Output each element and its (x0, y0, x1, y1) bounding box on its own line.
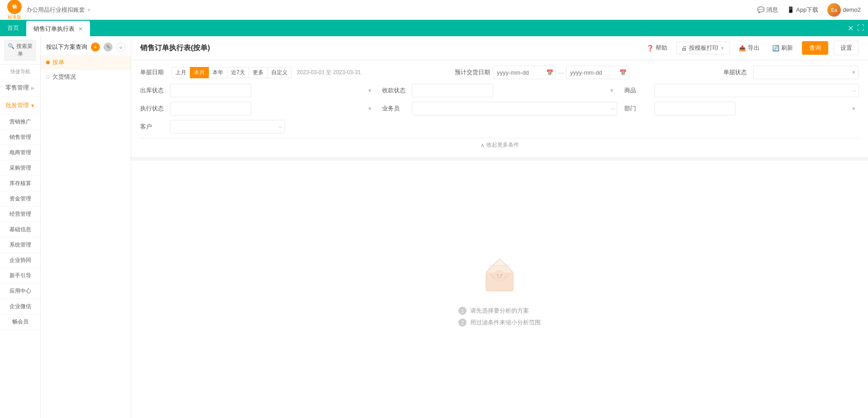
left-panel: 按以下方案查询 + ✎ « 按单 欠货情况 (41, 36, 131, 418)
svg-point-1 (494, 271, 505, 281)
salesperson-input[interactable] (412, 102, 617, 115)
date-tab-this-year[interactable]: 本年 (208, 67, 227, 78)
chevron-down-icon: ▼ (30, 103, 35, 108)
svg-text:?: ? (508, 264, 510, 269)
sidebar-item-purchase[interactable]: 采购管理 (0, 161, 40, 176)
export-btn[interactable]: 📤 导出 (735, 42, 763, 54)
tab-bar-actions: ✕ ⛶ (848, 24, 868, 33)
logo-area[interactable]: 畅 标准版 (7, 0, 22, 20)
exec-status-chevron-icon: ▼ (367, 106, 372, 111)
sidebar-item-wholesale[interactable]: 批发管理 ▼ (0, 97, 40, 114)
tab-fullscreen-btn[interactable]: ⛶ (857, 24, 864, 32)
goods-field: 商品 ··· (624, 84, 859, 97)
breadcrumb: 办公用品行业模拟账套 ▾ (26, 6, 90, 14)
sidebar-item-newbie[interactable]: 新手引导 (0, 268, 40, 284)
sidebar-item-ecommerce[interactable]: 电商管理 (0, 145, 40, 161)
sidebar-item-member[interactable]: 畅会员 (0, 314, 40, 330)
avatar: Ea (827, 3, 841, 17)
date-tab-more[interactable]: 更多 (249, 67, 268, 78)
svg-point-2 (497, 274, 499, 276)
out-status-input-wrap: ▼ (170, 84, 375, 97)
date-tab-last-month[interactable]: 上月 (171, 67, 190, 78)
exec-status-select[interactable] (170, 102, 251, 115)
date-tabs: 上月 本月 本年 近7天 更多 自定义 (172, 67, 292, 78)
filter-row-4: 客户 ··· (140, 120, 859, 133)
goods-label: 商品 (624, 86, 651, 95)
settings-btn[interactable]: 设置 (834, 41, 859, 55)
sidebar-item-sales[interactable]: 销售管理 (0, 130, 40, 145)
tab-close-icon[interactable]: ✕ (78, 26, 83, 32)
order-date-label: 单据日期 (140, 68, 167, 76)
sidebar-item-retail[interactable]: 零售管理 ▶ (0, 79, 40, 97)
sidebar-item-system[interactable]: 系统管理 (0, 238, 40, 253)
receipt-status-field: 收款状态 ▼ (382, 84, 617, 97)
receipt-status-label: 收款状态 (382, 86, 409, 95)
tab-home[interactable]: 首页 (0, 20, 26, 36)
svg-text:?: ? (488, 264, 491, 269)
sidebar-item-appstore[interactable]: 应用中心 (0, 284, 40, 299)
edit-icon: ✎ (106, 44, 110, 50)
tab-close-all-btn[interactable]: ✕ (848, 24, 854, 33)
refresh-icon: 🔄 (772, 45, 779, 52)
goods-input-wrap: ··· (654, 84, 859, 97)
inactive-dot-icon (46, 75, 50, 79)
out-status-label: 出库状态 (140, 86, 167, 95)
tab-bar: 首页 销售订单执行表 ✕ ✕ ⛶ (0, 20, 868, 36)
message-btn[interactable]: 💬 消息 (757, 6, 778, 14)
scheme-item-debt[interactable]: 欠货情况 (41, 70, 131, 84)
exec-status-field: 执行状态 ▼ (140, 102, 375, 115)
add-scheme-btn[interactable]: + (91, 43, 100, 52)
help-icon: ❓ (646, 45, 654, 52)
help-btn[interactable]: ❓ 帮助 (643, 42, 671, 54)
sidebar-item-marketing[interactable]: 营销推广 (0, 114, 40, 130)
query-btn[interactable]: 查询 (802, 41, 828, 55)
expected-date-to-wrap: 📅 (566, 66, 629, 79)
scheme-item-order[interactable]: 按单 (41, 55, 131, 70)
sales-order-tab-label: 销售订单执行表 (33, 25, 75, 33)
expected-date-label: 预计交货日期 (455, 68, 490, 76)
collapse-row[interactable]: ∧ 收起更多条件 (140, 138, 859, 152)
order-status-input-wrap: ▼ (753, 66, 859, 79)
main-layout: 🔍 搜索菜单 快捷导航 零售管理 ▶ 批发管理 ▼ 营销推广 销售管理 电商管理… (0, 36, 868, 418)
collapse-panel-btn[interactable]: « (116, 43, 125, 52)
print-btn[interactable]: 🖨 按模板打印 ▼ (676, 42, 730, 54)
sidebar-item-collab[interactable]: 企业协同 (0, 253, 40, 268)
goods-input[interactable] (654, 84, 859, 97)
edit-scheme-btn[interactable]: ✎ (104, 43, 113, 52)
empty-tip-1: 1 请先选择要分析的方案 (458, 307, 541, 315)
app-download-btn[interactable]: 📱 App下载 (787, 6, 818, 14)
dept-select[interactable] (654, 102, 736, 115)
dept-label: 部门 (624, 104, 651, 113)
dept-input-wrap: ▼ (654, 102, 859, 115)
out-status-select[interactable] (170, 84, 251, 97)
sidebar-item-inventory[interactable]: 库存核算 (0, 176, 40, 191)
sidebar: 🔍 搜索菜单 快捷导航 零售管理 ▶ 批发管理 ▼ 营销推广 销售管理 电商管理… (0, 36, 41, 418)
date-tab-last7[interactable]: 近7天 (227, 67, 249, 78)
page-header-actions: ❓ 帮助 🖨 按模板打印 ▼ 📤 导出 (643, 41, 859, 55)
sidebar-search-btn[interactable]: 🔍 搜索菜单 (5, 40, 36, 61)
empty-tips: 1 请先选择要分析的方案 2 用过滤条件来缩小分析范围 (458, 307, 541, 327)
exec-status-label: 执行状态 (140, 104, 167, 113)
empty-tip-2: 2 用过滤条件来缩小分析范围 (458, 318, 541, 327)
left-panel-title: 按以下方案查询 (46, 43, 87, 51)
sidebar-item-finance[interactable]: 资金管理 (0, 191, 40, 207)
date-tab-this-month[interactable]: 本月 (190, 67, 209, 78)
receipt-status-select[interactable] (412, 84, 493, 97)
tab-sales-order[interactable]: 销售订单执行表 ✕ (26, 21, 90, 37)
user-menu-btn[interactable]: Ea demo2 (827, 3, 861, 17)
right-content: 销售订单执行表(按单) ❓ 帮助 🖨 按模板打印 ▼ (131, 36, 868, 418)
sidebar-item-operations[interactable]: 经营管理 (0, 207, 40, 222)
chevron-right-icon: ▶ (31, 86, 35, 90)
breadcrumb-arrow-icon[interactable]: ▾ (88, 7, 90, 13)
collapse-btn[interactable]: ∧ 收起更多条件 (481, 141, 519, 149)
order-status-input[interactable] (753, 66, 859, 79)
filter-row-2: 出库状态 ▼ 收款状态 (140, 84, 859, 97)
filter-row-3: 执行状态 ▼ 业务员 ·· (140, 102, 859, 115)
refresh-btn[interactable]: 🔄 刷新 (769, 42, 797, 54)
salesperson-label: 业务员 (382, 104, 409, 113)
sidebar-item-basic[interactable]: 基础信息 (0, 222, 40, 238)
sidebar-item-wechat[interactable]: 企业微信 (0, 299, 40, 314)
customer-input[interactable] (170, 120, 285, 133)
date-tab-custom[interactable]: 自定义 (267, 67, 292, 78)
print-dropdown-icon: ▼ (720, 46, 725, 51)
